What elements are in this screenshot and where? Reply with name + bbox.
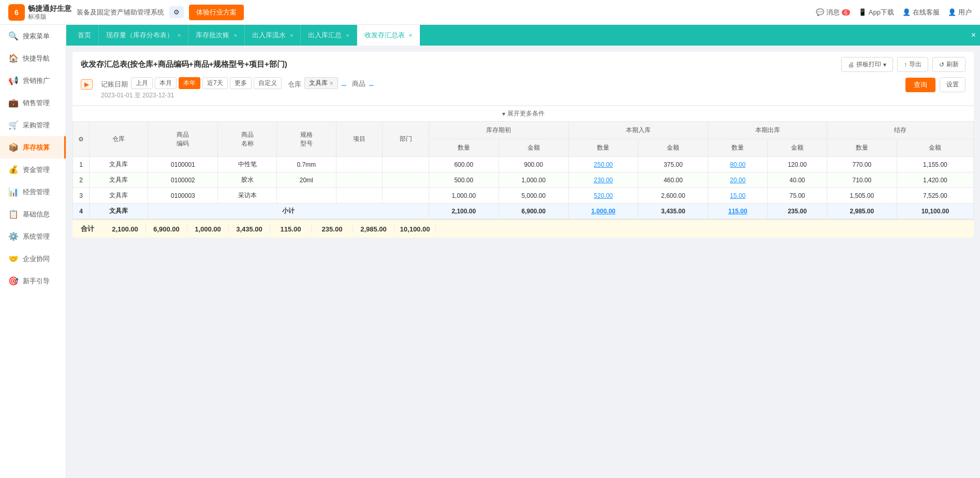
tab-batch[interactable]: 库存批次账 × <box>188 25 244 46</box>
try-button[interactable]: 体验行业方案 <box>189 5 244 20</box>
tab-bar-close[interactable]: × <box>971 31 976 40</box>
online-service-btn[interactable]: 👤 在线客服 <box>902 8 940 17</box>
settings-page-btn[interactable]: 设置 <box>940 77 966 92</box>
row-out-qty[interactable]: 15.00 <box>708 188 768 204</box>
row-opening-qty: 1,000.00 <box>429 188 499 204</box>
row-in-amt: 460.00 <box>638 172 708 188</box>
row-in-amt: 2,600.00 <box>638 188 708 204</box>
warehouse-tag-value: 文具库 <box>309 79 328 88</box>
subtotal-index: 4 <box>73 204 90 219</box>
app-download-label: App下载 <box>869 8 894 17</box>
date-shortcuts: 上月 本月 本年 近7天 更多 自定义 <box>131 77 282 89</box>
sidebar-label-basic: 基础信息 <box>23 210 50 219</box>
message-btn[interactable]: 💬 消息 6 <box>816 8 850 17</box>
gear-dropdown[interactable]: ⚙ <box>169 6 184 18</box>
footer-close-amt: 10,100.00 <box>394 225 436 233</box>
table-row: 1 文具库 0100001 中性笔 0.7mm 600.00 900.00 25… <box>73 157 974 172</box>
tab-home[interactable]: 首页 <box>70 25 99 46</box>
tab-recv-send-close[interactable]: × <box>409 32 412 38</box>
tab-batch-label: 库存批次账 <box>196 31 229 40</box>
logo-text: 畅捷通好生意 标准版 <box>28 4 71 21</box>
subtotal-in-qty[interactable]: 1,000.00 <box>568 204 638 219</box>
user-btn[interactable]: 👤 用户 <box>948 8 972 17</box>
user-label: 用户 <box>958 8 972 17</box>
sidebar-item-quick[interactable]: 🏠 快捷导航 <box>0 47 66 69</box>
row-opening-qty: 500.00 <box>429 172 499 188</box>
tab-inout-flow[interactable]: 出入库流水 × <box>245 25 301 46</box>
tab-inout-summary[interactable]: 出入库汇总 × <box>301 25 357 46</box>
sidebar-item-purchase[interactable]: 🛒 采购管理 <box>0 114 66 136</box>
refresh-btn[interactable]: ↺ 刷新 <box>932 57 966 72</box>
enterprise-icon: 🤝 <box>8 254 19 264</box>
subtotal-out-qty[interactable]: 115.00 <box>708 204 768 219</box>
system-name: 装备及固定资产辅助管理系统 <box>77 8 164 17</box>
footer-out-amt: 235.00 <box>312 225 353 233</box>
sidebar-item-enterprise[interactable]: 🤝 企业协同 <box>0 248 66 270</box>
main-card: 收发存汇总表(按仓库+商品编码+商品+规格型号+项目+部门) 🖨 拼板打印 ▾ … <box>72 52 974 238</box>
row-spec: 0.7mm <box>276 157 336 172</box>
sidebar-item-marketing[interactable]: 📢 营销推广 <box>0 69 66 92</box>
row-name: 胶水 <box>218 172 276 188</box>
warehouse-dots[interactable]: ... <box>341 78 346 89</box>
table-container: ⚙ 仓库 商品编码 商品名称 规格型号 项目 部门 库存期初 本期入库 本期出库… <box>72 121 974 219</box>
sidebar-item-newbie[interactable]: 🎯 新手引导 <box>0 270 66 292</box>
subtotal-opening-qty: 2,100.00 <box>429 204 499 219</box>
service-icon: 👤 <box>902 8 911 16</box>
sidebar-label-sales: 销售管理 <box>23 98 50 108</box>
tab-inventory-dist[interactable]: 现存量（库存分布表） × <box>99 25 188 46</box>
export-btn[interactable]: ↑ 导出 <box>897 57 928 72</box>
header-left: 6 畅捷通好生意 标准版 装备及固定资产辅助管理系统 ⚙ 体验行业方案 <box>8 4 244 21</box>
th-settings[interactable]: ⚙ <box>73 122 90 157</box>
tab-inout-summary-close[interactable]: × <box>346 32 349 38</box>
sidebar-label-system: 系统管理 <box>23 232 50 241</box>
row-warehouse: 文具库 <box>90 157 148 172</box>
app-download-btn[interactable]: 📱 App下载 <box>858 8 894 17</box>
sidebar-item-operation[interactable]: 📊 经营管理 <box>0 181 66 203</box>
warehouse-tag-close[interactable]: × <box>330 80 333 87</box>
goods-dots[interactable]: ... <box>369 78 373 89</box>
page-title: 收发存汇总表(按仓库+商品编码+商品+规格型号+项目+部门) <box>81 60 287 69</box>
print-btn[interactable]: 🖨 拼板打印 ▾ <box>841 57 893 72</box>
search-icon: 🔍 <box>8 31 19 41</box>
row-in-qty[interactable]: 250.00 <box>568 157 638 172</box>
sidebar-item-search[interactable]: 🔍 搜索菜单 <box>0 25 66 47</box>
tab-inout-flow-close[interactable]: × <box>290 32 293 38</box>
row-in-amt: 375.00 <box>638 157 708 172</box>
date-range-display: 2023-01-01 至 2023-12-31 <box>101 91 282 100</box>
date-btn-this-month[interactable]: 本月 <box>155 77 177 89</box>
filter-toggle-btn[interactable]: ▶ <box>81 79 93 90</box>
tab-batch-close[interactable]: × <box>233 32 237 38</box>
title-action-row: 收发存汇总表(按仓库+商品编码+商品+规格型号+项目+部门) 🖨 拼板打印 ▾ … <box>72 52 974 72</box>
date-btn-more[interactable]: 更多 <box>230 77 252 89</box>
sidebar-item-sales[interactable]: 💼 销售管理 <box>0 92 66 114</box>
query-btn[interactable]: 查询 <box>905 78 935 92</box>
th-out: 本期出库 <box>708 122 827 139</box>
tab-inventory-dist-close[interactable]: × <box>178 32 181 38</box>
row-out-qty[interactable]: 80.00 <box>708 157 768 172</box>
sidebar-label-newbie: 新手引导 <box>23 277 50 286</box>
subtotal-warehouse: 文具库 <box>90 204 148 219</box>
date-btn-last-month[interactable]: 上月 <box>131 77 153 89</box>
filter-bar: ▶ 记账日期 上月 本月 本年 近7天 更多 自定义 <box>72 72 974 106</box>
date-btn-custom[interactable]: 自定义 <box>254 77 282 89</box>
sidebar-item-basic[interactable]: 📋 基础信息 <box>0 203 66 225</box>
row-out-qty[interactable]: 20.00 <box>708 172 768 188</box>
sidebar-item-finance[interactable]: 💰 资金管理 <box>0 158 66 181</box>
sidebar-item-system[interactable]: ⚙️ 系统管理 <box>0 225 66 248</box>
sidebar-item-inventory[interactable]: 📦 库存核算 <box>0 136 66 158</box>
row-out-amt: 75.00 <box>768 188 827 204</box>
right-actions: 查询 设置 <box>905 77 966 92</box>
expand-btn[interactable]: ▾ 展开更多条件 <box>502 109 545 118</box>
message-icon: 💬 <box>816 8 824 16</box>
th-opening-amt: 金额 <box>499 139 568 157</box>
date-btn-this-year[interactable]: 本年 <box>179 77 200 89</box>
data-table: ⚙ 仓库 商品编码 商品名称 规格型号 项目 部门 库存期初 本期入库 本期出库… <box>72 121 974 219</box>
tab-recv-send[interactable]: 收发存汇总表 × <box>357 25 420 46</box>
header-right: 💬 消息 6 📱 App下载 👤 在线客服 👤 用户 <box>816 8 972 17</box>
row-in-qty[interactable]: 230.00 <box>568 172 638 188</box>
row-in-qty[interactable]: 520.00 <box>568 188 638 204</box>
brand-name: 畅捷通好生意 <box>28 4 71 13</box>
date-btn-7days[interactable]: 近7天 <box>202 77 228 89</box>
row-close-qty: 1,505.00 <box>827 188 897 204</box>
row-close-amt: 1,420.00 <box>897 172 973 188</box>
